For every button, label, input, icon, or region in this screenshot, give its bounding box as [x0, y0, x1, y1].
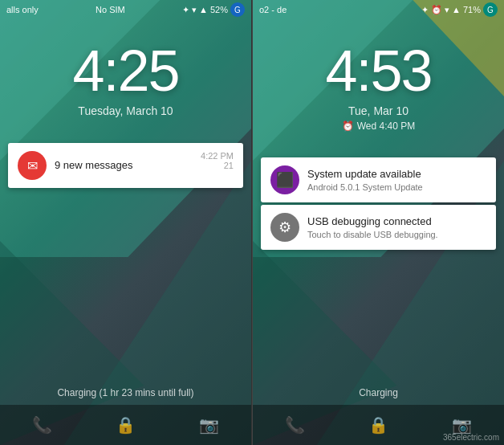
left-lock-btn[interactable]: 🔒	[116, 415, 136, 435]
left-bottom-nav: 📞 🔒 📷	[0, 405, 251, 445]
right-clock-alarm: ⏰ Wed 4:40 PM	[253, 120, 504, 132]
right-signal-icon: ▲	[452, 5, 461, 14]
right-clock-area: 4:53 Tue, Mar 10 ⏰ Wed 4:40 PM	[253, 19, 504, 132]
left-notif-1[interactable]: ✉ 9 new messages 4:22 PM 21	[8, 143, 243, 188]
left-phone-btn[interactable]: 📞	[32, 415, 52, 435]
right-notif-title-2: USB debugging connected	[307, 215, 486, 229]
left-notifications: ✉ 9 new messages 4:22 PM 21	[0, 133, 251, 199]
right-notif-content-2: USB debugging connected Touch to disable…	[307, 215, 486, 239]
screenshot-container: alls only No SIM ✦ ▾ ▲ 52% G 4:25 Tuesda…	[0, 0, 504, 445]
right-notif-1[interactable]: ⬛ System update available Android 5.0.1 …	[261, 157, 496, 202]
right-clock-date: Tue, Mar 10	[253, 104, 504, 117]
right-phone: o2 - de ✦ ⏰ ▾ ▲ 71% G 4:53 Tue, Mar 10 ⏰…	[253, 0, 504, 445]
right-notif-icon-1: ⬛	[270, 165, 299, 194]
left-battery-text: 52%	[210, 5, 228, 14]
left-notif-icon: ✉	[18, 151, 47, 180]
left-notif-title: 9 new messages	[55, 159, 193, 173]
left-status-bar: alls only No SIM ✦ ▾ ▲ 52% G	[0, 0, 251, 19]
signal-icon: ▲	[199, 5, 208, 14]
left-camera-btn[interactable]: 📷	[199, 415, 219, 435]
right-status-right: ✦ ⏰ ▾ ▲ 71% G	[421, 2, 498, 17]
left-status-left: alls only	[6, 5, 39, 14]
left-notif-time: 4:22 PM 21	[201, 151, 234, 170]
left-carrier-text: alls only	[6, 5, 39, 14]
wifi-icon: ▾	[192, 5, 197, 15]
right-avatar: G	[483, 2, 498, 17]
right-notif-sub-1: Android 5.0.1 System Update	[307, 182, 486, 192]
watermark: 365electric.com	[443, 433, 499, 442]
left-phone: alls only No SIM ✦ ▾ ▲ 52% G 4:25 Tuesda…	[0, 0, 252, 445]
left-avatar: G	[230, 2, 245, 17]
right-notifications: ⬛ System update available Android 5.0.1 …	[253, 148, 504, 261]
left-clock-date: Tuesday, March 10	[0, 104, 251, 117]
left-notif-count: 21	[201, 161, 234, 170]
left-no-sim: No SIM	[96, 5, 125, 14]
alarm-clock-icon: ⏰	[342, 120, 354, 132]
left-clock-area: 4:25 Tuesday, March 10	[0, 19, 251, 117]
right-status-bar: o2 - de ✦ ⏰ ▾ ▲ 71% G	[253, 0, 504, 19]
right-carrier-text: o2 - de	[259, 5, 287, 14]
right-notif-2[interactable]: ⚙ USB debugging connected Touch to disab…	[261, 205, 496, 250]
right-charging-text: Charging	[253, 387, 504, 398]
left-notif-content: 9 new messages	[55, 159, 193, 173]
left-status-right: ✦ ▾ ▲ 52% G	[182, 2, 245, 17]
right-notif-title-1: System update available	[307, 168, 486, 182]
right-clock-time: 4:53	[253, 42, 504, 100]
left-clock-time: 4:25	[0, 42, 251, 100]
right-alarm-icon: ⏰	[431, 5, 442, 15]
right-camera-btn[interactable]: 📷	[452, 415, 472, 435]
right-wifi-icon: ▾	[445, 5, 449, 15]
right-bluetooth-icon: ✦	[421, 5, 429, 15]
right-notif-sub-2: Touch to disable USB debugging.	[307, 230, 486, 239]
right-notif-content-1: System update available Android 5.0.1 Sy…	[307, 168, 486, 192]
right-lock-btn[interactable]: 🔒	[368, 415, 388, 435]
right-phone-btn[interactable]: 📞	[285, 415, 305, 435]
right-battery-text: 71%	[463, 5, 481, 14]
right-notif-icon-2: ⚙	[270, 213, 299, 242]
bluetooth-icon: ✦	[182, 5, 189, 15]
right-next-alarm: Wed 4:40 PM	[357, 120, 415, 132]
right-status-left: o2 - de	[259, 5, 287, 14]
left-charging-text: Charging (1 hr 23 mins until full)	[0, 387, 251, 398]
